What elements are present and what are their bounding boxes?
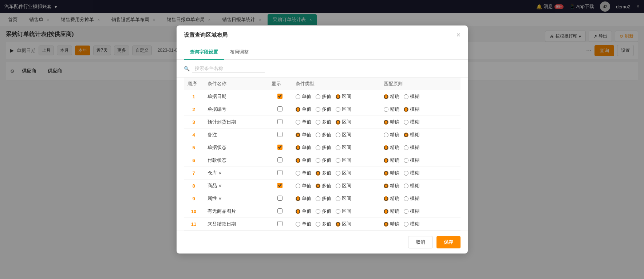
row-name: 备注 — [204, 129, 268, 141]
type-radio-单值[interactable]: 单值 — [296, 93, 311, 100]
row-name: 单据日期 — [204, 90, 268, 103]
display-checkbox[interactable] — [277, 208, 283, 213]
type-radio-区间[interactable]: 区间 — [336, 182, 351, 189]
rule-radio-精确[interactable]: 精确 — [384, 106, 399, 113]
type-radio-单值[interactable]: 单值 — [296, 208, 311, 215]
type-radio-多值[interactable]: 多值 — [316, 106, 331, 113]
type-radio-区间[interactable]: 区间 — [336, 157, 351, 164]
row-display[interactable] — [268, 103, 292, 116]
modal-header: 设置查询区域布局 × — [177, 25, 468, 45]
display-checkbox[interactable] — [277, 132, 283, 137]
display-checkbox[interactable] — [277, 145, 283, 150]
row-display[interactable] — [268, 192, 292, 205]
row-display[interactable] — [268, 154, 292, 167]
type-radio-区间[interactable]: 区间 — [336, 144, 351, 151]
rule-radio-模糊[interactable]: 模糊 — [404, 195, 419, 202]
display-checkbox[interactable] — [277, 221, 283, 226]
display-checkbox[interactable] — [277, 196, 283, 201]
type-radio-多值[interactable]: 多值 — [316, 157, 331, 164]
rule-radio-模糊[interactable]: 模糊 — [404, 208, 419, 215]
row-type: 单值多值区间 — [292, 141, 380, 154]
rule-radio-精确[interactable]: 精确 — [384, 195, 399, 202]
type-radio-区间[interactable]: 区间 — [336, 106, 351, 113]
rule-radio-精确[interactable]: 精确 — [384, 119, 399, 125]
rule-radio-精确[interactable]: 精确 — [384, 93, 399, 100]
type-radio-区间[interactable]: 区间 — [336, 93, 351, 100]
rule-radio-模糊[interactable]: 模糊 — [404, 157, 419, 164]
rule-radio-精确[interactable]: 精确 — [384, 170, 399, 176]
type-radio-单值[interactable]: 单值 — [296, 106, 311, 113]
rule-radio-精确[interactable]: 精确 — [384, 208, 399, 215]
display-checkbox[interactable] — [277, 106, 283, 111]
row-rule: 精确模糊 — [380, 167, 460, 180]
type-radio-区间[interactable]: 区间 — [336, 119, 351, 125]
type-radio-区间[interactable]: 区间 — [336, 195, 351, 202]
type-radio-多值[interactable]: 多值 — [316, 208, 331, 215]
display-checkbox[interactable] — [277, 119, 283, 124]
type-radio-多值[interactable]: 多值 — [316, 182, 331, 189]
display-checkbox[interactable] — [277, 94, 283, 99]
type-radio-多值[interactable]: 多值 — [316, 195, 331, 202]
search-icon: 🔍 — [184, 66, 190, 71]
type-radio-区间[interactable]: 区间 — [336, 170, 351, 176]
display-checkbox[interactable] — [277, 183, 283, 188]
modal-tab-fields[interactable]: 查询字段设置 — [184, 45, 224, 60]
rule-radio-模糊[interactable]: 模糊 — [404, 93, 419, 100]
type-radio-单值[interactable]: 单值 — [296, 144, 311, 151]
modal-footer: 取消 保存 — [177, 231, 468, 254]
type-radio-区间[interactable]: 区间 — [336, 208, 351, 215]
display-checkbox[interactable] — [277, 157, 283, 162]
rule-radio-精确[interactable]: 精确 — [384, 144, 399, 151]
row-order: 4 — [184, 129, 204, 141]
row-order: 8 — [184, 180, 204, 192]
row-display[interactable] — [268, 205, 292, 218]
rule-radio-精确[interactable]: 精确 — [384, 182, 399, 189]
type-radio-多值[interactable]: 多值 — [316, 221, 331, 227]
type-radio-区间[interactable]: 区间 — [336, 221, 351, 227]
row-rule: 精确模糊 — [380, 103, 460, 116]
rule-radio-模糊[interactable]: 模糊 — [404, 144, 419, 151]
row-display[interactable] — [268, 218, 292, 231]
rule-radio-模糊[interactable]: 模糊 — [404, 106, 419, 113]
rule-radio-精确[interactable]: 精确 — [384, 157, 399, 164]
row-type: 单值多值区间 — [292, 180, 380, 192]
row-rule: 精确模糊 — [380, 218, 460, 231]
row-display[interactable] — [268, 90, 292, 103]
type-radio-多值[interactable]: 多值 — [316, 144, 331, 151]
type-radio-多值[interactable]: 多值 — [316, 93, 331, 100]
th-rule: 匹配原则 — [380, 78, 460, 90]
display-checkbox[interactable] — [277, 170, 283, 175]
type-radio-区间[interactable]: 区间 — [336, 131, 351, 138]
row-display[interactable] — [268, 180, 292, 192]
row-rule: 精确模糊 — [380, 205, 460, 218]
rule-radio-模糊[interactable]: 模糊 — [404, 182, 419, 189]
row-display[interactable] — [268, 141, 292, 154]
rule-radio-精确[interactable]: 精确 — [384, 221, 399, 227]
row-display[interactable] — [268, 129, 292, 141]
rule-radio-模糊[interactable]: 模糊 — [404, 170, 419, 176]
modal-tab-layout[interactable]: 布局调整 — [224, 45, 254, 60]
type-radio-单值[interactable]: 单值 — [296, 157, 311, 164]
type-radio-单值[interactable]: 单值 — [296, 170, 311, 176]
type-radio-多值[interactable]: 多值 — [316, 119, 331, 125]
save-button[interactable]: 保存 — [436, 236, 461, 248]
type-radio-单值[interactable]: 单值 — [296, 195, 311, 202]
type-radio-多值[interactable]: 多值 — [316, 131, 331, 138]
cancel-button[interactable]: 取消 — [408, 236, 433, 248]
type-radio-单值[interactable]: 单值 — [296, 119, 311, 125]
type-radio-单值[interactable]: 单值 — [296, 131, 311, 138]
search-input[interactable] — [192, 64, 265, 73]
rule-radio-模糊[interactable]: 模糊 — [404, 221, 419, 227]
rule-radio-模糊[interactable]: 模糊 — [404, 131, 419, 138]
modal-title: 设置查询区域布局 — [184, 32, 228, 39]
type-radio-单值[interactable]: 单值 — [296, 221, 311, 227]
modal-close-btn[interactable]: × — [457, 31, 461, 39]
row-display[interactable] — [268, 167, 292, 180]
type-radio-多值[interactable]: 多值 — [316, 170, 331, 176]
rule-radio-模糊[interactable]: 模糊 — [404, 119, 419, 125]
row-name: 仓库 ∨ — [204, 167, 268, 180]
row-display[interactable] — [268, 116, 292, 129]
row-type: 单值多值区间 — [292, 218, 380, 231]
type-radio-单值[interactable]: 单值 — [296, 182, 311, 189]
rule-radio-精确[interactable]: 精确 — [384, 131, 399, 138]
